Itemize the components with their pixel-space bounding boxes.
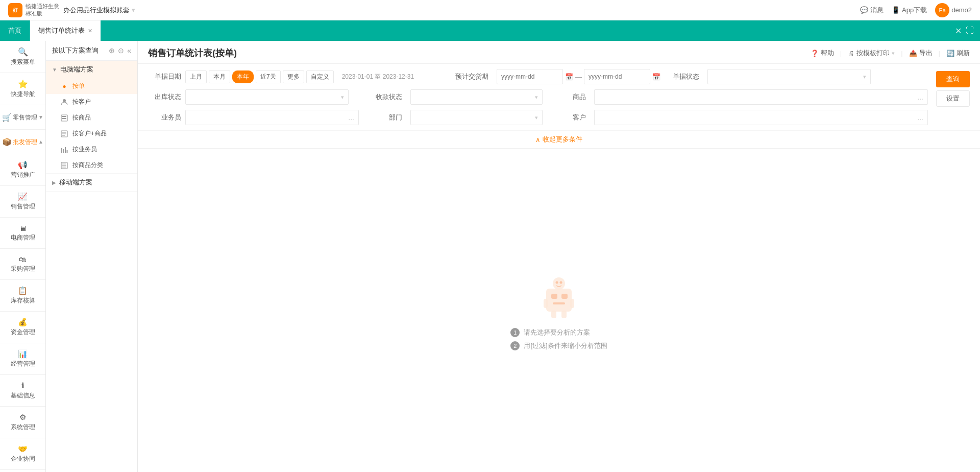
svg-point-18 [553,277,565,290]
sidebar-item-ecommerce[interactable]: 🖥 电商管理 [0,218,45,249]
top-bar-right: 💬 消息 📱 App下载 Ea demo2 [860,3,972,17]
expected-date-from[interactable] [497,69,563,84]
expected-date-label: 预计交货期 [453,72,488,81]
sidebar-item-quick-nav[interactable]: ⭐ 快捷导航 [0,73,45,105]
help-action[interactable]: ❓ 帮助 [811,49,834,58]
left-panel-header: 按以下方案查询 ⊕ ⊙ « [46,41,137,61]
date-btn-last-7-days[interactable]: 近7天 [256,70,281,83]
department-select-wrapper: ▾ [410,110,543,125]
svg-rect-5 [61,148,62,153]
tab-home[interactable]: 首页 [0,20,30,41]
tab-bar: 首页 销售订单统计表 ✕ ✕ ⛶ [0,20,980,41]
edit-scheme-icon[interactable]: ⊙ [118,46,124,55]
refresh-action[interactable]: 🔄 刷新 [946,49,970,58]
department-select[interactable]: ▾ [410,110,543,125]
svg-rect-10 [546,289,572,312]
date-btn-custom[interactable]: 自定义 [306,70,334,83]
sidebar-item-purchase[interactable]: 🛍 采购管理 [0,249,45,280]
window-maximize-icon[interactable]: ⛶ [966,26,974,35]
scheme-item-by-customer-goods[interactable]: 按客户+商品 [46,126,137,141]
payment-status-label: 收款状态 [369,92,402,102]
scheme-item-by-order[interactable]: ● 按单 [46,78,137,94]
query-button[interactable]: 查询 [936,71,970,87]
shipment-status-select[interactable]: ▾ [185,89,349,105]
content-area: 按以下方案查询 ⊕ ⊙ « ▼ 电脑端方案 ● 按单 [46,41,980,472]
tab-bar-right: ✕ ⛶ [949,20,980,41]
window-minimize-icon[interactable]: ✕ [955,26,962,36]
collapse-panel-icon[interactable]: « [127,46,131,55]
ecommerce-icon: 🖥 [0,224,45,232]
scheme-item-by-goods[interactable]: 按商品 [46,110,137,126]
help-icon: ❓ [811,50,819,57]
page-header: 销售订单统计表(按单) ❓ 帮助 | 🖨 按模板打印 ▾ | 📤 [138,41,980,64]
system-icon: ⚙ [0,413,45,422]
tab-order-stats[interactable]: 销售订单统计表 ✕ [30,20,101,41]
search-menu-icon: 🔍 [0,47,45,57]
sidebar-item-system[interactable]: ⚙ 系统管理 [0,407,45,438]
shipment-status-select-wrapper: ▾ [185,89,349,105]
department-group: 部门 ▾ [369,110,543,125]
payment-status-select[interactable]: ▾ [410,89,543,105]
scheme-item-by-goods-category[interactable]: 按商品分类 [46,157,137,173]
purchase-icon: 🛍 [0,255,45,264]
sidebar-item-retail[interactable]: 🛒 零售管理 ▼ [0,105,45,130]
breadcrumb-chevron: ▾ [132,6,135,14]
by-order-icon: ● [60,82,68,90]
template-print-action[interactable]: 🖨 按模板打印 ▾ [848,49,895,58]
order-status-group: 单据状态 ▾ [671,69,928,84]
by-goods-icon [60,114,68,122]
by-customer-icon [60,98,68,106]
logo-text: 畅捷通好生意 标准版 [26,3,59,16]
empty-illustration [533,271,584,322]
tab-order-stats-label: 销售订单统计表 [38,26,85,35]
svg-rect-7 [65,147,66,153]
order-status-select-wrapper: ▾ [707,69,871,84]
sidebar-item-finance[interactable]: 💰 资金管理 [0,312,45,343]
expected-date-to[interactable] [584,69,650,84]
salesperson-more-btn[interactable]: ... [348,113,354,122]
date-btn-this-year[interactable]: 本年 [232,70,254,83]
sidebar-item-search-menu[interactable]: 🔍 搜索菜单 [0,41,45,73]
app-download-button[interactable]: 📱 App下载 [892,6,927,15]
goods-more-btn[interactable]: ... [917,93,923,101]
top-bar: 好 畅捷通好生意 标准版 办公用品行业模拟账套 ▾ 💬 消息 📱 App下载 E… [0,0,980,20]
add-scheme-icon[interactable]: ⊕ [109,46,115,55]
date-btn-this-month[interactable]: 本月 [209,70,230,83]
order-status-label: 单据状态 [671,72,699,81]
date-btn-last-month[interactable]: 上月 [185,70,207,83]
settings-button[interactable]: 设置 [936,90,970,107]
export-action[interactable]: 📤 导出 [909,49,933,58]
scheme-item-by-salesperson[interactable]: 按业务员 [46,141,137,157]
scheme-group-mobile-header[interactable]: ▶ 移动端方案 [46,174,137,191]
sidebar-item-basic-info[interactable]: ℹ 基础信息 [0,375,45,407]
scheme-item-by-customer[interactable]: 按客户 [46,94,137,110]
tab-close-icon[interactable]: ✕ [88,28,92,34]
collapse-bar[interactable]: ∧ 收起更多条件 [138,131,980,149]
order-status-select[interactable]: ▾ [707,69,871,84]
salesperson-label: 业务员 [148,113,181,122]
sidebar-item-enterprise-collab[interactable]: 🤝 企业协同 [0,438,45,470]
main-layout: 🔍 搜索菜单 ⭐ 快捷导航 🛒 零售管理 ▼ 📦 批发管理 ▲ 📢 营销推广 📈… [0,41,980,472]
message-button[interactable]: 💬 消息 [860,6,884,15]
svg-point-20 [560,281,562,284]
customer-more-btn[interactable]: ... [917,113,923,122]
date-label: 单据日期 [148,72,181,81]
scheme-group-pc-header[interactable]: ▼ 电脑端方案 [46,61,137,78]
user-profile[interactable]: Ea demo2 [935,3,972,17]
svg-rect-14 [544,299,548,308]
goods-label: 商品 [553,92,586,102]
department-arrow: ▾ [535,114,538,121]
page-title: 销售订单统计表(按单) [148,47,237,59]
svg-rect-11 [551,294,557,299]
sidebar-item-new-user[interactable]: 🧭 新手引导 [0,470,45,472]
sidebar-item-wholesale[interactable]: 📦 批发管理 ▲ [0,130,45,154]
date-btn-more[interactable]: 更多 [283,70,304,83]
export-icon: 📤 [909,50,917,57]
action-buttons: 查询 设置 [928,69,970,107]
sidebar-item-inventory[interactable]: 📋 库存核算 [0,280,45,312]
date-quick-buttons: 上月 本月 本年 近7天 更多 自定义 [185,70,334,83]
sidebar-item-sales[interactable]: 📈 销售管理 [0,186,45,218]
sidebar-item-operations[interactable]: 📊 经营管理 [0,343,45,375]
refresh-icon: 🔄 [946,50,954,57]
sidebar-item-marketing[interactable]: 📢 营销推广 [0,154,45,186]
